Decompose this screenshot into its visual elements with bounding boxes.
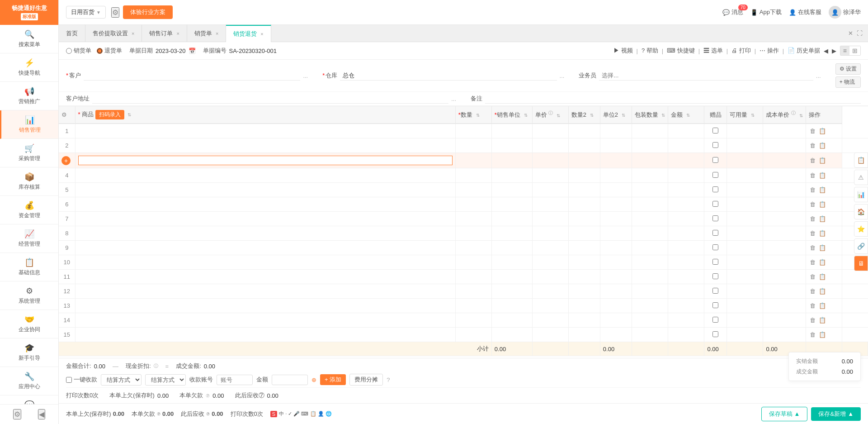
copy-row-btn[interactable]: 📋 (818, 186, 827, 194)
gift-cell[interactable] (704, 226, 727, 241)
gift-checkbox[interactable] (712, 215, 718, 221)
gift-cell[interactable] (704, 328, 727, 342)
amount-cell[interactable] (668, 313, 704, 328)
qty-cell[interactable] (455, 197, 491, 212)
delete-row-btn[interactable]: 🗑 (809, 229, 816, 238)
gift-checkbox[interactable] (712, 244, 718, 250)
copy-row-btn[interactable]: 📋 (818, 330, 827, 339)
gift-checkbox[interactable] (712, 172, 718, 178)
qty-cell[interactable] (455, 255, 491, 270)
gift-checkbox[interactable] (712, 259, 718, 265)
price-cell[interactable] (532, 313, 568, 328)
product-cell[interactable] (75, 168, 455, 183)
sidebar-item-sales[interactable]: 📊 销售管理 (0, 110, 58, 139)
unit2-sort-icon[interactable]: ⇅ (622, 113, 625, 118)
amount-cell[interactable] (668, 255, 704, 270)
gift-cell[interactable] (704, 313, 727, 328)
gift-checkbox[interactable] (712, 142, 718, 148)
delete-row-btn[interactable]: 🗑 (809, 186, 816, 194)
salesperson-input[interactable] (599, 71, 813, 81)
available-cell[interactable] (727, 328, 763, 342)
copy-row-btn[interactable]: 📋 (818, 258, 827, 267)
amount-cell[interactable] (668, 241, 704, 255)
prev-record-btn[interactable]: ◀ (824, 48, 828, 54)
pkg_qty-cell[interactable] (632, 124, 668, 138)
cost-price-cell[interactable] (763, 153, 806, 168)
amount-cell[interactable] (668, 197, 704, 212)
gift-checkbox[interactable] (712, 186, 718, 192)
qty-cell[interactable] (455, 313, 491, 328)
expense-btn[interactable]: 费用分摊 (349, 374, 383, 386)
qty-cell[interactable] (455, 212, 491, 226)
price-cell[interactable] (532, 284, 568, 299)
copy-row-btn[interactable]: 📋 (818, 141, 827, 150)
sidebar-item-wechat[interactable]: 💬 企业微信 (0, 395, 58, 404)
view-form-btn[interactable]: ≡ (840, 46, 849, 55)
unit2-cell[interactable] (600, 241, 632, 255)
pkg_qty-cell[interactable] (632, 226, 668, 241)
unit-cell[interactable] (491, 299, 532, 313)
sidebar-item-guide[interactable]: 🎓 新手引导 (0, 338, 58, 367)
sidebar-item-quicknav[interactable]: ⚡ 快捷导航 (0, 53, 58, 82)
delete-row-btn[interactable]: 🗑 (809, 301, 816, 310)
gift-cell[interactable] (704, 124, 727, 138)
amount-cell[interactable] (668, 124, 704, 138)
copy-row-btn[interactable]: 📋 (818, 301, 827, 310)
sidebar-item-search[interactable]: 🔍 搜索菜单 (0, 25, 58, 53)
sidebar-item-basic-info[interactable]: 📋 基础信息 (0, 253, 58, 281)
gift-checkbox[interactable] (712, 157, 718, 163)
remark-input[interactable] (485, 94, 861, 104)
unit2-cell[interactable] (600, 226, 632, 241)
amount-cell[interactable] (668, 299, 704, 313)
gift-cell[interactable] (704, 138, 727, 153)
delete-row-btn[interactable]: 🗑 (809, 287, 816, 295)
available-cell[interactable] (727, 153, 763, 168)
price-cell[interactable] (532, 138, 568, 153)
qty-cell[interactable] (455, 226, 491, 241)
gift-cell[interactable] (704, 153, 727, 168)
add-row-btn[interactable]: + (61, 156, 71, 165)
maximize-icon[interactable]: ⛶ (857, 30, 863, 37)
unit2-cell[interactable] (600, 313, 632, 328)
qty2-cell[interactable] (568, 270, 600, 284)
qty-cell[interactable] (455, 168, 491, 183)
copy-row-btn[interactable]: 📋 (818, 214, 827, 223)
cost-sort-icon[interactable]: ⇅ (799, 113, 803, 118)
gift-cell[interactable] (704, 299, 727, 313)
calendar-icon[interactable]: 📅 (189, 48, 196, 54)
video-btn[interactable]: ▶ 视频 (613, 47, 633, 55)
view-table-btn[interactable]: ⊞ (849, 46, 860, 55)
product-cell[interactable] (75, 299, 455, 313)
amount-cell[interactable] (668, 328, 704, 342)
calc-method-select[interactable]: 结算方式 (145, 374, 186, 386)
unit2-cell[interactable] (600, 197, 632, 212)
industry-selector[interactable]: 日用百货 ▼ (66, 6, 106, 19)
sidebar-item-operations[interactable]: 📈 经营管理 (0, 224, 58, 253)
pkg-sort-icon[interactable]: ⇅ (661, 113, 665, 118)
gift-cell[interactable] (704, 284, 727, 299)
price-cell[interactable] (532, 241, 568, 255)
cost-price-cell[interactable] (763, 226, 806, 241)
shortcut-btn[interactable]: ⌨ 快捷键 (667, 47, 695, 55)
one-key-collect-checkbox[interactable]: 一键收款 (66, 376, 97, 384)
price-cell[interactable] (532, 212, 568, 226)
float-btn-home[interactable]: 🏠 (854, 204, 868, 219)
available-cell[interactable] (727, 270, 763, 284)
float-btn-link[interactable]: 🔗 (854, 238, 868, 254)
qty2-cell[interactable] (568, 212, 600, 226)
close-all-icon[interactable]: ✕ (848, 30, 853, 37)
qty-cell[interactable] (455, 153, 491, 168)
sidebar-item-collab[interactable]: 🤝 企业协同 (0, 310, 58, 338)
gift-checkbox[interactable] (712, 317, 718, 323)
pkg_qty-cell[interactable] (632, 299, 668, 313)
amount-cell[interactable] (668, 183, 704, 197)
tab-price-extract-close[interactable]: × (132, 31, 134, 36)
amount-input[interactable] (272, 375, 308, 385)
gift-cell[interactable] (704, 241, 727, 255)
price-cell[interactable] (532, 168, 568, 183)
warehouse-more-btn[interactable]: ... (560, 72, 565, 79)
amount-cell[interactable] (668, 168, 704, 183)
float-btn-clipboard[interactable]: 📋 (854, 152, 868, 168)
gift-cell[interactable] (704, 183, 727, 197)
pkg_qty-cell[interactable] (632, 241, 668, 255)
